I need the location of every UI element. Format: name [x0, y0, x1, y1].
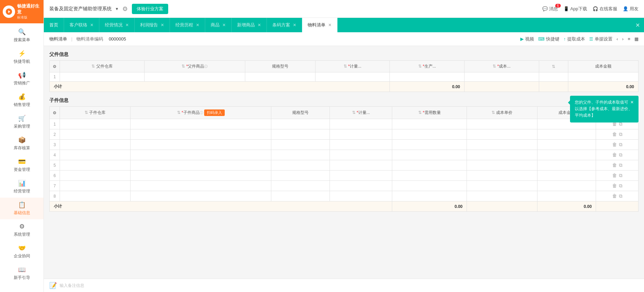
delete-icon[interactable]: 🗑 — [612, 173, 617, 178]
child-row-6-product[interactable] — [131, 171, 271, 181]
sidebar-item-基础信息[interactable]: 📋基础信息 — [0, 198, 44, 219]
child-col-gear[interactable]: ⚙ — [50, 107, 60, 119]
list-view[interactable]: ▦ — [634, 36, 639, 42]
child-row-7-qty[interactable] — [392, 181, 467, 191]
child-row-3-qty[interactable] — [392, 140, 467, 150]
child-row-8-spec[interactable] — [271, 191, 330, 201]
sidebar-item-经营管理[interactable]: 📊经营管理 — [0, 176, 44, 198]
child-row-4-warehouse[interactable] — [60, 150, 131, 160]
nav-tab-商品[interactable]: 商品✕ — [205, 18, 232, 32]
child-row-5-unit-cost[interactable] — [467, 160, 537, 171]
app-download-button[interactable]: 📱 App下载 — [564, 6, 587, 12]
sidebar-item-搜索菜单[interactable]: 🔍搜索菜单 — [0, 25, 44, 46]
bottom-hint[interactable]: 输入备注信息 — [60, 283, 84, 289]
nav-tab-客户联络[interactable]: 客户联络✕ — [64, 18, 99, 32]
child-row-6-unit-cost[interactable] — [467, 171, 537, 181]
system-title-dropdown[interactable]: ▾ — [116, 6, 118, 11]
child-row-4-unit[interactable] — [330, 150, 392, 160]
child-row-7-unit-cost[interactable] — [467, 181, 537, 191]
parent-row-1-product[interactable] — [145, 72, 245, 82]
messages-button[interactable]: 💬 消息 6 — [542, 6, 558, 12]
nav-tab-物料清单[interactable]: 物料清单✕ — [302, 18, 337, 32]
child-row-2-product[interactable] — [131, 129, 271, 140]
sidebar-item-库存核算[interactable]: 📦库存核算 — [0, 133, 44, 154]
child-row-8-product[interactable] — [131, 191, 271, 201]
tab-close-icon[interactable]: ✕ — [328, 23, 332, 27]
tab-close-icon[interactable]: ✕ — [222, 23, 226, 27]
child-row-6-unit[interactable] — [330, 171, 392, 181]
parent-col-gear[interactable]: ⚙ — [50, 61, 60, 72]
child-row-5-qty[interactable] — [392, 160, 467, 171]
child-row-8-unit-cost[interactable] — [467, 191, 537, 201]
delete-icon[interactable]: 🗑 — [612, 152, 617, 158]
copy-icon[interactable]: ⧉ — [619, 193, 622, 199]
grid-view[interactable]: ≡ — [628, 36, 630, 42]
sidebar-item-企业协同[interactable]: 🤝企业协同 — [0, 241, 44, 262]
sidebar-item-营销推广[interactable]: 📢营销推广 — [0, 68, 44, 90]
child-row-7-product[interactable] — [131, 181, 271, 191]
delete-icon[interactable]: 🗑 — [612, 162, 617, 168]
parent-row-1-spec[interactable] — [245, 72, 315, 82]
child-row-3-product[interactable] — [131, 140, 271, 150]
scan-input-button[interactable]: 扫码录入 — [204, 109, 225, 116]
parent-row-1-production[interactable] — [390, 72, 465, 82]
doc-settings-tool[interactable]: ☰ 单据设置 — [589, 36, 612, 42]
sidebar-item-采购管理[interactable]: 🛒采购管理 — [0, 111, 44, 133]
user-button[interactable]: 👤 用友 — [623, 6, 639, 12]
nav-next[interactable]: › — [622, 36, 623, 42]
copy-icon[interactable]: ⧉ — [619, 162, 622, 168]
child-row-1-warehouse[interactable] — [60, 119, 131, 129]
child-row-4-spec[interactable] — [271, 150, 330, 160]
experience-button[interactable]: 体验行业方案 — [132, 4, 168, 14]
delete-icon[interactable]: 🗑 — [612, 142, 617, 148]
nav-tab-新增商品[interactable]: 新增商品✕ — [232, 18, 267, 32]
child-row-4-unit-cost[interactable] — [467, 150, 537, 160]
copy-icon[interactable]: ⧉ — [619, 183, 622, 189]
child-row-1-unit[interactable] — [330, 119, 392, 129]
child-row-4-qty[interactable] — [392, 150, 467, 160]
gear-icon[interactable]: ⚙ — [122, 5, 128, 13]
child-row-1-qty[interactable] — [392, 119, 467, 129]
child-row-8-qty[interactable] — [392, 191, 467, 201]
parent-row-1-unit[interactable] — [315, 72, 390, 82]
child-row-6-spec[interactable] — [271, 171, 330, 181]
child-row-2-unit-cost[interactable] — [467, 129, 537, 140]
delete-icon[interactable]: 🗑 — [612, 183, 617, 189]
nav-tab-经营历程[interactable]: 经营历程✕ — [170, 18, 205, 32]
child-row-3-unit[interactable] — [330, 140, 392, 150]
tab-close-icon[interactable]: ✕ — [125, 23, 129, 27]
child-row-2-warehouse[interactable] — [60, 129, 131, 140]
child-row-1-unit-cost[interactable] — [467, 119, 537, 129]
child-row-5-unit[interactable] — [330, 160, 392, 171]
extract-cost-tool[interactable]: ↑ 提取成本 — [564, 36, 585, 42]
nav-tab-经营情况[interactable]: 经营情况✕ — [99, 18, 135, 32]
child-row-3-unit-cost[interactable] — [467, 140, 537, 150]
child-row-5-spec[interactable] — [271, 160, 330, 171]
child-row-5-warehouse[interactable] — [60, 160, 131, 171]
video-tool[interactable]: ▶ 视频 — [520, 36, 534, 42]
copy-icon[interactable]: ⧉ — [619, 173, 622, 178]
tab-close-icon[interactable]: ✕ — [90, 23, 94, 27]
close-all-tabs-button[interactable]: ✕ — [631, 22, 644, 28]
child-row-7-unit[interactable] — [330, 181, 392, 191]
child-row-8-unit[interactable] — [330, 191, 392, 201]
child-row-1-spec[interactable] — [271, 119, 330, 129]
sidebar-item-快捷导航[interactable]: ⚡快捷导航 — [0, 46, 44, 68]
tab-close-icon[interactable]: ✕ — [196, 23, 199, 27]
child-row-6-warehouse[interactable] — [60, 171, 131, 181]
copy-icon[interactable]: ⧉ — [619, 131, 622, 137]
child-row-3-spec[interactable] — [271, 140, 330, 150]
sidebar-item-系统管理[interactable]: ⚙系统管理 — [0, 219, 44, 241]
nav-tab-利润报告[interactable]: 利润报告✕ — [135, 18, 170, 32]
delete-icon[interactable]: 🗑 — [612, 131, 617, 137]
nav-tab-条码方案[interactable]: 条码方案✕ — [267, 18, 302, 32]
child-row-4-product[interactable] — [131, 150, 271, 160]
copy-icon[interactable]: ⧉ — [619, 142, 622, 148]
child-row-1-product[interactable] — [131, 119, 271, 129]
copy-icon[interactable]: ⧉ — [619, 152, 622, 158]
nav-tab-首页[interactable]: 首页 — [44, 18, 64, 32]
tab-close-icon[interactable]: ✕ — [293, 23, 296, 27]
child-row-2-unit[interactable] — [330, 129, 392, 140]
tab-close-icon[interactable]: ✕ — [258, 23, 261, 27]
child-row-6-qty[interactable] — [392, 171, 467, 181]
